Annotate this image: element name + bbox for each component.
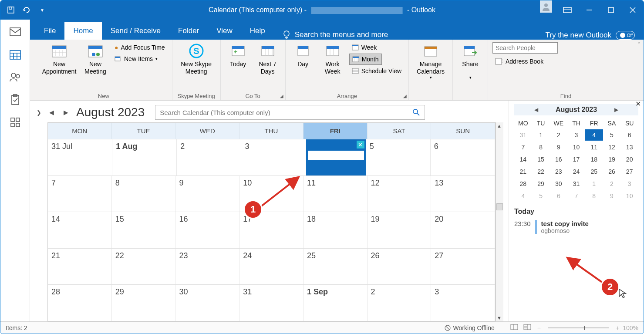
ribbon-display-icon[interactable] bbox=[556, 0, 578, 20]
undo-icon[interactable] bbox=[20, 4, 33, 16]
mini-day[interactable]: 18 bbox=[585, 154, 603, 165]
mini-next-button[interactable]: ▶ bbox=[614, 107, 618, 113]
calendar-cell[interactable]: 7 bbox=[48, 176, 112, 212]
calendar-cell[interactable]: 2 bbox=[368, 285, 432, 321]
calendar-cell[interactable]: 3 bbox=[241, 139, 306, 175]
mini-day[interactable]: 9 bbox=[550, 142, 567, 153]
calendar-search-input[interactable] bbox=[160, 109, 412, 116]
mini-day[interactable]: 10 bbox=[567, 142, 585, 153]
new-meeting-button[interactable]: New Meeting bbox=[82, 42, 108, 75]
qat-save-icon[interactable] bbox=[5, 4, 17, 16]
calendar-cell[interactable]: 20 bbox=[431, 212, 495, 248]
mini-day[interactable]: 3 bbox=[567, 129, 585, 141]
calendar-search[interactable] bbox=[155, 105, 425, 120]
zoom-out-button[interactable]: − bbox=[534, 324, 544, 331]
new-appointment-button[interactable]: New Appointment bbox=[40, 42, 79, 75]
schedule-view-button[interactable]: Schedule View bbox=[349, 66, 404, 76]
week-view-button[interactable]: Week bbox=[349, 42, 380, 53]
calendar-cell[interactable]: 6 bbox=[431, 139, 495, 175]
calendar-cell[interactable]: 29 bbox=[112, 285, 176, 321]
calendar-cell[interactable]: 12 bbox=[368, 176, 432, 212]
mini-day[interactable]: 31 bbox=[514, 129, 532, 141]
calendar-cell[interactable]: 22 bbox=[112, 249, 176, 285]
mini-day[interactable]: 21 bbox=[514, 166, 532, 177]
tab-folder[interactable]: Folder bbox=[169, 22, 208, 40]
mini-day[interactable]: 9 bbox=[603, 190, 621, 202]
zoom-slider[interactable] bbox=[548, 327, 609, 328]
calendar-cell[interactable]: 19 bbox=[368, 212, 432, 248]
mini-day[interactable]: 22 bbox=[532, 166, 550, 177]
mini-day[interactable]: 20 bbox=[620, 154, 638, 165]
qat-dropdown-icon[interactable]: ▼ bbox=[36, 4, 48, 16]
mini-day[interactable]: 5 bbox=[603, 129, 621, 141]
prev-month-button[interactable]: ◀ bbox=[47, 107, 56, 118]
tab-view[interactable]: View bbox=[208, 22, 241, 40]
mini-day[interactable]: 12 bbox=[603, 142, 621, 153]
next-7-days-button[interactable]: Next 7 Days bbox=[255, 42, 281, 75]
mini-prev-button[interactable]: ◀ bbox=[534, 107, 538, 113]
mini-day[interactable]: 24 bbox=[567, 166, 585, 177]
goto-dialog-launcher[interactable]: ◢ bbox=[280, 94, 283, 98]
calendar-cell[interactable]: 21 bbox=[48, 249, 112, 285]
work-week-button[interactable]: Work Week bbox=[320, 42, 346, 75]
zoom-level[interactable]: 100% bbox=[623, 324, 638, 331]
mini-day[interactable]: 13 bbox=[620, 142, 638, 153]
zoom-in-button[interactable]: + bbox=[612, 324, 623, 331]
calendar-cell[interactable]: 24 bbox=[239, 249, 303, 285]
mini-day[interactable]: 1 bbox=[585, 178, 603, 189]
calendar-cell[interactable]: 13 bbox=[431, 176, 495, 212]
view-normal-icon[interactable] bbox=[508, 324, 521, 331]
calendar-cell[interactable]: 11 bbox=[303, 176, 368, 212]
calendar-cell[interactable]: 2 bbox=[177, 139, 241, 175]
tab-help[interactable]: Help bbox=[241, 22, 274, 40]
mini-day[interactable]: 17 bbox=[567, 154, 585, 165]
expand-folder-pane[interactable]: ❯ bbox=[30, 101, 47, 321]
mini-day[interactable]: 3 bbox=[620, 178, 638, 189]
close-button[interactable] bbox=[622, 0, 644, 20]
calendar-cell[interactable]: 1 Sep bbox=[303, 285, 368, 321]
calendar-cell[interactable]: 1 Aug bbox=[112, 139, 177, 175]
avatar[interactable] bbox=[540, 0, 552, 13]
calendar-cell[interactable]: 14 bbox=[48, 212, 112, 248]
search-icon[interactable] bbox=[412, 108, 420, 116]
calendar-cell[interactable]: 5 bbox=[366, 139, 431, 175]
day-view-button[interactable]: Day bbox=[290, 42, 316, 68]
next-month-button[interactable]: ▶ bbox=[62, 107, 70, 118]
tab-file[interactable]: File bbox=[35, 22, 64, 40]
calendar-cell[interactable]: 25 bbox=[303, 249, 368, 285]
mini-day[interactable]: 5 bbox=[532, 190, 550, 202]
minimize-button[interactable] bbox=[578, 0, 600, 20]
quick-entry-input[interactable] bbox=[307, 150, 364, 161]
mini-day[interactable]: 10 bbox=[620, 190, 638, 202]
calendar-cell[interactable]: 27 bbox=[431, 249, 495, 285]
scroll-down-icon[interactable]: ▼ bbox=[497, 315, 502, 321]
calendar-cell[interactable]: 3 bbox=[431, 285, 495, 321]
agenda-item[interactable]: 23:30 test copy invite ogbomoso bbox=[514, 220, 638, 234]
calendar-cell[interactable]: 31 bbox=[239, 285, 303, 321]
calendar-cell[interactable]: 26 bbox=[368, 249, 432, 285]
new-items-button[interactable]: New Items ▾ bbox=[112, 54, 160, 64]
today-button[interactable]: Today bbox=[225, 42, 251, 68]
mini-day[interactable]: 16 bbox=[550, 154, 567, 165]
tab-home[interactable]: Home bbox=[64, 22, 101, 40]
scroll-thumb[interactable] bbox=[496, 203, 503, 210]
mini-day[interactable]: 11 bbox=[585, 142, 603, 153]
try-new-outlook[interactable]: Try the new Outlook Off bbox=[546, 31, 644, 40]
mini-day[interactable]: 29 bbox=[532, 178, 550, 189]
scroll-bar[interactable]: ▲ ▼ bbox=[496, 122, 503, 321]
calendar-rail-button[interactable] bbox=[5, 44, 26, 65]
tasks-rail-button[interactable] bbox=[5, 89, 26, 110]
cancel-quick-entry[interactable]: ✕ bbox=[357, 141, 364, 148]
new-skype-meeting-button[interactable]: S New Skype Meeting bbox=[177, 42, 216, 75]
mini-day[interactable]: 4 bbox=[514, 190, 532, 202]
calendar-cell[interactable]: 8 bbox=[112, 176, 176, 212]
mini-day[interactable]: 30 bbox=[550, 178, 567, 189]
calendar-cell[interactable]: 31 Jul bbox=[48, 139, 112, 175]
mini-day[interactable]: 27 bbox=[620, 166, 638, 177]
arrange-dialog-launcher[interactable]: ◢ bbox=[403, 94, 407, 98]
close-pane-button[interactable]: ✕ bbox=[635, 100, 641, 108]
mini-day[interactable]: 19 bbox=[603, 154, 621, 165]
mini-day[interactable]: 28 bbox=[514, 178, 532, 189]
mini-day[interactable]: 31 bbox=[567, 178, 585, 189]
mini-day[interactable]: 23 bbox=[550, 166, 567, 177]
